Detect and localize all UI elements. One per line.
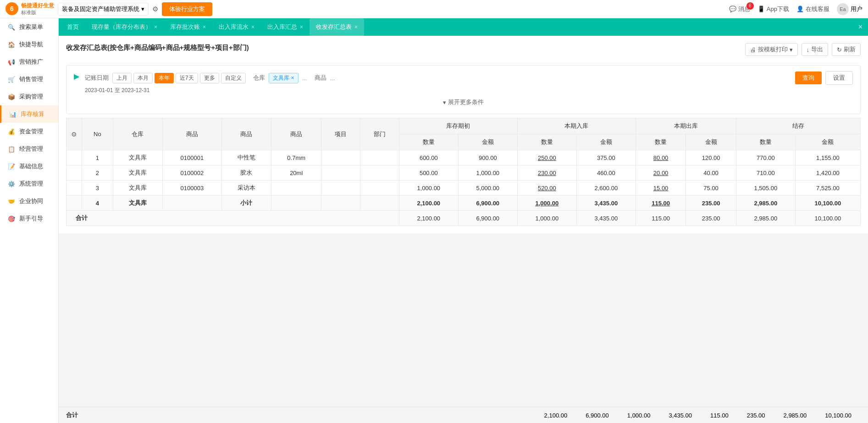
- sidebar-label-finance: 资金管理: [19, 127, 43, 136]
- system-selector[interactable]: 装备及固定资产辅助管理系统 ▾: [58, 3, 149, 16]
- sidebar-item-purchase[interactable]: 📦 采购管理: [0, 88, 58, 105]
- sidebar-item-inventory[interactable]: 📊 库存核算: [0, 105, 58, 123]
- tab-receive-send-summary[interactable]: 收发存汇总表 ×: [310, 18, 364, 36]
- date-btn-last-7[interactable]: 近7天: [176, 73, 198, 83]
- cell-product-spec-1: 20ml: [271, 165, 321, 181]
- cell-project-0: [321, 150, 360, 165]
- tab-home[interactable]: 首页: [61, 18, 85, 36]
- cell-department-0: [360, 150, 399, 165]
- date-btn-this-month[interactable]: 本月: [133, 73, 153, 83]
- date-btn-last-month[interactable]: 上月: [112, 73, 132, 83]
- sidebar-item-system[interactable]: ⚙️ 系统管理: [0, 175, 58, 192]
- refresh-button[interactable]: ↻ 刷新: [832, 43, 861, 56]
- sidebar-label-operation: 经营管理: [19, 145, 43, 153]
- user-area[interactable]: Ea 用户: [837, 3, 862, 15]
- sidebar-label-search: 搜索菜单: [19, 23, 43, 31]
- tab-close-inventory-dist[interactable]: ×: [154, 24, 157, 30]
- message-btn[interactable]: 💬 消息 6: [729, 5, 750, 13]
- cell-out-qty-0[interactable]: 80.00: [636, 150, 686, 165]
- tab-inout-summary[interactable]: 出入库汇总 ×: [261, 18, 310, 36]
- filter-toggle-icon[interactable]: ▶: [74, 72, 79, 81]
- subtotal-warehouse: 文具库: [113, 196, 162, 211]
- sidebar-item-operation[interactable]: 📋 经营管理: [0, 140, 58, 158]
- subtotal-in-qty[interactable]: 1,000.00: [517, 196, 576, 211]
- cell-out-qty-2[interactable]: 15.00: [636, 181, 686, 196]
- app-download-btn[interactable]: 📱 App下载: [757, 5, 789, 13]
- sidebar-item-marketing[interactable]: 📢 营销推广: [0, 53, 58, 71]
- tab-inout-flow[interactable]: 出入库流水 ×: [212, 18, 261, 36]
- page-content: 收发存汇总表(按仓库+商品编码+商品+规格型号+项目+部门) 🖨 按模板打印 ▾…: [59, 36, 868, 407]
- settings-icon[interactable]: ⚙: [152, 5, 158, 13]
- subtotal-code: [162, 196, 221, 211]
- cell-product-name-0: 中性笔: [221, 150, 271, 165]
- sidebar-item-guide[interactable]: 🎯 新手引导: [0, 210, 58, 227]
- date-btn-this-year[interactable]: 本年: [155, 73, 174, 83]
- query-button[interactable]: 查询: [795, 71, 822, 84]
- cell-out-amt-0: 120.00: [686, 150, 736, 165]
- footer-opening-amt: 6,900.00: [576, 412, 618, 419]
- tab-close-inout-summary[interactable]: ×: [300, 24, 303, 30]
- total-out-qty: 115.00: [636, 211, 686, 226]
- th-warehouse: 仓库: [113, 118, 162, 150]
- cell-opening-qty-0: 600.00: [399, 150, 458, 165]
- cell-out-qty-1[interactable]: 20.00: [636, 165, 686, 181]
- date-btn-custom[interactable]: 自定义: [221, 73, 246, 83]
- cell-in-qty-1[interactable]: 230.00: [517, 165, 576, 181]
- tab-close-receive-send[interactable]: ×: [354, 24, 358, 30]
- cell-product-code-1: 0100002: [162, 165, 221, 181]
- th-in-qty: 数量: [517, 134, 576, 150]
- basic-info-icon: 📝: [7, 162, 16, 170]
- sidebar-item-quick-nav[interactable]: 🏠 快捷导航: [0, 36, 58, 53]
- column-settings-icon[interactable]: ⚙: [71, 131, 77, 138]
- sidebar-label-quick-nav: 快捷导航: [19, 40, 43, 49]
- sidebar-item-collab[interactable]: 🤝 企业协同: [0, 192, 58, 210]
- tab-close-inout-flow[interactable]: ×: [251, 24, 254, 30]
- online-service-btn[interactable]: 👤 在线客服: [796, 5, 829, 13]
- th-balance-amt: 金额: [795, 134, 860, 150]
- subtotal-opening-amt: 6,900.00: [458, 196, 517, 211]
- subtotal-dept: [360, 196, 399, 211]
- cell-in-amt-1: 460.00: [576, 165, 636, 181]
- warehouse-more-btn[interactable]: ...: [302, 75, 307, 82]
- sidebar-item-finance[interactable]: 💰 资金管理: [0, 123, 58, 140]
- cell-settings-0: [66, 150, 82, 165]
- th-out-amt: 金额: [686, 134, 736, 150]
- collab-icon: 🤝: [7, 197, 16, 205]
- th-opening-group: 库存期初: [399, 118, 517, 134]
- download-icon: 📱: [757, 5, 765, 12]
- subtotal-settings: [66, 196, 82, 211]
- warehouse-label: 仓库: [253, 74, 265, 82]
- set-button[interactable]: 设置: [825, 71, 853, 85]
- sidebar-item-sales[interactable]: 🛒 销售管理: [0, 71, 58, 88]
- date-label: 记账日期: [85, 74, 109, 82]
- product-filter: 商品 ...: [315, 74, 335, 82]
- sidebar-item-search[interactable]: 🔍 搜索菜单: [0, 18, 58, 36]
- th-opening-amt: 金额: [458, 134, 517, 150]
- cell-no-2: 3: [82, 181, 113, 196]
- try-button[interactable]: 体验行业方案: [162, 2, 212, 16]
- sidebar-label-marketing: 营销推广: [19, 58, 43, 66]
- sidebar-item-basic-info[interactable]: 📝 基础信息: [0, 158, 58, 175]
- system-title: 装备及固定资产辅助管理系统: [62, 5, 139, 13]
- total-balance-amt: 10,100.00: [795, 211, 860, 226]
- subtotal-balance-amt: 10,100.00: [795, 196, 860, 211]
- product-more-btn[interactable]: ...: [330, 75, 335, 82]
- cell-settings-2: [66, 181, 82, 196]
- export-icon: ↓: [807, 46, 810, 53]
- subtotal-in-amt: 3,435.00: [576, 196, 636, 211]
- expand-button[interactable]: ▾ 展开更多条件: [443, 98, 484, 106]
- tab-batch[interactable]: 库存批次账 ×: [164, 18, 212, 36]
- cell-balance-amt-2: 7,525.00: [795, 181, 860, 196]
- tab-close-batch[interactable]: ×: [203, 24, 206, 30]
- cell-in-qty-2[interactable]: 520.00: [517, 181, 576, 196]
- date-btn-more[interactable]: 更多: [200, 73, 219, 83]
- tab-inventory-dist[interactable]: 现存量（库存分布表） ×: [85, 18, 164, 36]
- warehouse-tag-remove[interactable]: ×: [291, 75, 294, 81]
- cell-in-qty-0[interactable]: 250.00: [517, 150, 576, 165]
- page-title: 收发存汇总表(按仓库+商品编码+商品+规格型号+项目+部门): [66, 44, 249, 52]
- close-all-tabs-button[interactable]: ×: [855, 23, 866, 31]
- cell-product-name-1: 胶水: [221, 165, 271, 181]
- subtotal-out-qty[interactable]: 115.00: [636, 196, 686, 211]
- print-button[interactable]: 🖨 按模板打印 ▾: [745, 43, 798, 56]
- export-button[interactable]: ↓ 导出: [802, 43, 829, 56]
